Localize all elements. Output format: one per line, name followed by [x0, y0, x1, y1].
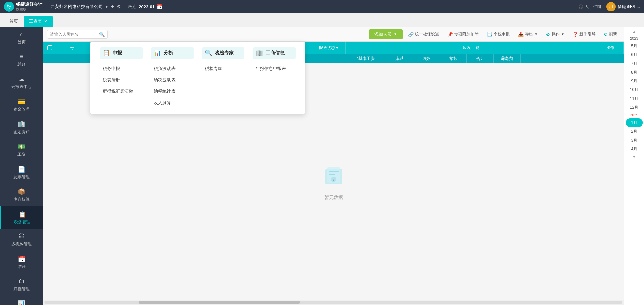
cal-month-5[interactable]: 5月: [626, 42, 643, 50]
menu-item-tax-wave[interactable]: 纳税波动表: [151, 74, 194, 86]
export-button[interactable]: 📤 导出 ▼: [515, 30, 540, 38]
report-filter-icon[interactable]: ▼: [336, 46, 339, 50]
sidebar-item-archive[interactable]: 🗂 归档管理: [0, 274, 43, 296]
export-dropdown-icon: ▼: [534, 32, 538, 36]
tax-declare-button[interactable]: 📑 个税申报: [484, 30, 513, 38]
menu-item-tax-form[interactable]: 税表清册: [100, 74, 143, 86]
sidebar-label-tax: 税务管理: [14, 219, 30, 225]
sidebar-item-multi[interactable]: 🏛 多机构管理: [0, 229, 43, 251]
sidebar-item-salary[interactable]: 💵 工资: [0, 139, 43, 161]
calendar-panel: ▲ 2023 5月 6月 7月 8月 9月 10月 11月 12月 2025 1…: [624, 27, 644, 305]
menu-item-tax-stats[interactable]: 纳税统计表: [151, 86, 194, 97]
top-bar: 好 畅捷通好会计 旗舰版 西安虾米网络科技有限公司 ▼ + ⚙ 账期 2023-…: [0, 0, 644, 13]
cal-month-3[interactable]: 3月: [626, 136, 643, 145]
company-dropdown-icon[interactable]: ▼: [105, 5, 108, 9]
cal-month-4[interactable]: 4月: [626, 145, 643, 153]
sidebar: ⌂ 首页 ≡ 总账 ☁ 云报表中心 💳 资金管理 🏢 固定资产 💵 工资 📄 发…: [0, 27, 43, 305]
biz-col-icon: 🏢: [256, 49, 263, 57]
special-deduction-button[interactable]: 📌 专项附加扣除: [445, 30, 481, 38]
expert-col-icon: 🔍: [205, 49, 212, 57]
cal-month-7[interactable]: 7月: [626, 59, 643, 68]
sidebar-item-fund[interactable]: 💳 资金管理: [0, 94, 43, 116]
add-company-button[interactable]: +: [111, 4, 114, 10]
social-security-button[interactable]: 🔗 统一社保设置: [405, 30, 442, 38]
sidebar-item-asset[interactable]: 🏢 固定资产: [0, 116, 43, 139]
refresh-button[interactable]: ↻ 刷新: [601, 30, 620, 38]
multi-icon: 🏛: [18, 233, 25, 240]
cal-month-10[interactable]: 10月: [626, 85, 643, 94]
th-perf: 绩效: [413, 54, 440, 63]
tab-salary[interactable]: 工资表 ✕: [24, 16, 53, 27]
period-label: 账期: [128, 4, 137, 10]
menu-item-tax-expert[interactable]: 税检专家: [202, 63, 245, 74]
svg-rect-2: [329, 171, 339, 172]
guide-new-button[interactable]: ❓ 新手引导: [570, 30, 598, 38]
expert-col-title: 税检专家: [215, 50, 234, 56]
cal-month-9[interactable]: 9月: [626, 77, 643, 85]
menu-item-income-calc[interactable]: 收入测算: [151, 97, 194, 109]
scroll-thumb[interactable]: [139, 301, 300, 304]
header-checkbox[interactable]: [47, 45, 52, 50]
add-person-dropdown-icon[interactable]: ▼: [394, 32, 397, 36]
home-icon: ⌂: [20, 31, 24, 38]
menu-item-tax-declare[interactable]: 税务申报: [100, 63, 143, 74]
tab-home-label: 首页: [9, 18, 18, 24]
cal-month-6[interactable]: 6月: [626, 50, 643, 59]
special-label: 专项附加扣除: [454, 31, 479, 37]
horizontal-scrollbar[interactable]: [43, 300, 624, 305]
cal-year-2023: 2023: [630, 36, 638, 40]
menu-item-income-tax[interactable]: 所得税汇算清缴: [100, 86, 143, 97]
sidebar-item-home[interactable]: ⌂ 首页: [0, 27, 43, 49]
cloud-icon: ☁: [18, 75, 25, 83]
sidebar-label-archive: 归档管理: [13, 286, 30, 292]
cal-month-2[interactable]: 2月: [626, 127, 643, 136]
guide-new-label: 新手引导: [579, 31, 596, 37]
search-input-wrap[interactable]: 🔍: [47, 30, 108, 39]
settings-icon[interactable]: ⚙: [117, 4, 121, 9]
tab-close-icon[interactable]: ✕: [44, 19, 47, 24]
menu-item-annual-report[interactable]: 年报信息申报表: [253, 63, 296, 74]
export-icon: 📤: [518, 32, 524, 37]
company-selector[interactable]: 西安虾米网络科技有限公司 ▼: [50, 4, 108, 10]
operate-button[interactable]: ⚙ 操作 ▼: [543, 30, 567, 38]
menu-item-tax-burden[interactable]: 税负波动表: [151, 63, 194, 74]
xiaochang-icon: 📊: [18, 300, 25, 305]
tax-declare-label: 个税申报: [494, 31, 510, 37]
search-input[interactable]: [50, 32, 97, 37]
sidebar-item-tax[interactable]: 📋 税务管理: [0, 206, 43, 229]
th-checkbox[interactable]: [43, 42, 56, 54]
cal-month-1[interactable]: 1月: [626, 118, 643, 127]
popup-col-header-expert: 🔍 税检专家: [202, 47, 245, 59]
sidebar-item-xiaochang[interactable]: 📊 小畅报销: [0, 296, 43, 305]
popup-col-header-declare: 📋 申报: [100, 47, 143, 59]
cal-year-2024: 2025: [630, 113, 638, 117]
sidebar-item-invoice[interactable]: 📄 发票管理: [0, 161, 43, 184]
logo-sub: 旗舰版: [16, 7, 42, 12]
guide-new-icon: ❓: [572, 32, 578, 37]
top-bar-right: 🎧 人工咨询 用 畅捷通B组...: [578, 2, 640, 11]
tax-dropdown-popup: 📋 申报 税务申报 税表清册 所得税汇算清缴 📊 分析 税负波动表 纳税波动表 …: [90, 42, 305, 114]
sidebar-item-ledger[interactable]: ≡ 总账: [0, 49, 43, 71]
add-person-button[interactable]: 添加人员 ▼: [369, 29, 403, 39]
popup-col-header-biz: 🏢 工商信息: [253, 47, 296, 59]
cal-nav-down[interactable]: ▼: [631, 153, 638, 160]
period-value: 2023-01: [139, 4, 155, 9]
user-name: 畅捷通B组...: [618, 4, 640, 10]
social-icon: 🔗: [408, 32, 414, 37]
sidebar-item-inventory[interactable]: 📦 库存核算: [0, 184, 43, 206]
cal-month-12[interactable]: 12月: [626, 103, 643, 112]
th-base: *基本工资: [346, 54, 386, 63]
cal-nav-up[interactable]: ▲: [631, 28, 638, 35]
sidebar-item-close[interactable]: 📅 结账: [0, 251, 43, 274]
calendar-icon[interactable]: 📅: [157, 4, 162, 9]
tab-home[interactable]: 首页: [4, 16, 24, 27]
tax-declare-icon: 📑: [487, 32, 492, 37]
search-icon[interactable]: 🔍: [99, 32, 105, 37]
th-report[interactable]: 报送状态 ▼: [312, 42, 346, 54]
cal-month-8[interactable]: 8月: [626, 68, 643, 77]
sidebar-label-fund: 资金管理: [13, 107, 30, 112]
cal-month-11[interactable]: 11月: [626, 94, 643, 103]
special-icon: 📌: [447, 32, 453, 37]
sidebar-item-cloud[interactable]: ☁ 云报表中心: [0, 71, 43, 94]
service-button[interactable]: 🎧 人工咨询: [578, 4, 601, 10]
